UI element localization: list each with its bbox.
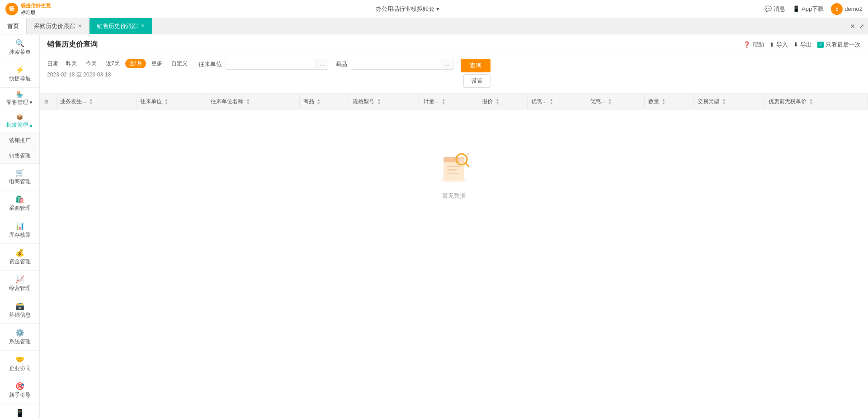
page-header: 销售历史价查询 ❓ 帮助 ⬆ 导入 ⬇ 导出 ✓ <box>40 34 868 53</box>
sidebar-item-label: 销售管理 <box>9 152 31 160</box>
sidebar-item-label: 新手引导 <box>9 391 31 399</box>
export-icon: ⬇ <box>793 41 798 48</box>
checkbox-icon: ✓ <box>817 42 824 48</box>
maximize-button[interactable]: ⤢ <box>859 23 864 30</box>
user-profile[interactable]: d demo2 <box>831 3 863 15</box>
import-button[interactable]: ⬆ 导入 <box>769 41 788 49</box>
sort-partner-name[interactable]: ▲ ▼ <box>246 98 250 105</box>
message-button[interactable]: 💬 消息 <box>764 5 785 13</box>
only-last-checkbox[interactable]: ✓ 只看最后一次 <box>817 41 861 49</box>
wholesale-icon: 📦 <box>16 114 23 120</box>
table-header-row: ⚙ 业务发生... ▲ ▼ 往来单位 <box>40 94 868 109</box>
mobile-icon: 📱 <box>793 5 800 12</box>
sidebar-item-purchase[interactable]: 🛍️ 采购管理 <box>0 190 39 217</box>
sidebar-item-newbie[interactable]: 🎯 新手引导 <box>0 377 39 404</box>
col-discount1: 优惠... ▲ ▼ <box>528 94 586 109</box>
sidebar-item-appstore[interactable]: 📱 应用中心 <box>0 404 39 418</box>
sidebar-item-label: 搜索菜单 <box>9 48 31 56</box>
sidebar-item-enterprise[interactable]: 🤝 企业协同 <box>0 351 39 377</box>
help-icon: ❓ <box>743 41 750 48</box>
close-sales-history-tab[interactable]: ✕ <box>141 23 145 29</box>
date-opt-1month[interactable]: 近1月 <box>125 59 146 68</box>
sidebar-item-label: 基础信息 <box>9 311 31 319</box>
chevron-down-icon: ▾ <box>436 5 439 12</box>
page-container: 销售历史价查询 ❓ 帮助 ⬆ 导入 ⬇ 导出 ✓ <box>40 34 868 418</box>
app-download-button[interactable]: 📱 App下载 <box>793 5 824 13</box>
sort-product[interactable]: ▲ ▼ <box>317 98 321 105</box>
empty-illustration: ✦ <box>434 146 474 186</box>
sort-discount1[interactable]: ▲ ▼ <box>550 98 553 105</box>
sort-spec[interactable]: ▲ ▼ <box>377 98 381 105</box>
svg-rect-4 <box>447 169 457 171</box>
filter-bar: 日期 昨天 今天 近7天 近1月 更多 自定义 2023-02-18 至 202… <box>40 53 868 94</box>
help-button[interactable]: ❓ 帮助 <box>743 41 764 49</box>
sidebar-item-wholesale[interactable]: 📦 批发管理 ▲ <box>0 110 39 133</box>
tab-purchase-history[interactable]: 采购历史价跟踪 ✕ <box>27 18 90 34</box>
sidebar-item-shortcut[interactable]: ⚡ 快捷导航 <box>0 61 39 88</box>
product-input-group: ... <box>351 59 453 70</box>
sort-quote[interactable]: ▲ ▼ <box>495 98 499 105</box>
operations-icon: 📈 <box>15 275 24 284</box>
wholesale-sub-items: 营销推广 销售管理 <box>0 133 39 164</box>
sort-unit[interactable]: ▲ ▼ <box>442 98 445 105</box>
date-filter: 日期 昨天 今天 近7天 近1月 更多 自定义 <box>47 59 191 68</box>
chevron-up-icon: ▲ <box>29 123 33 128</box>
sidebar-item-sales[interactable]: 销售管理 <box>0 148 39 164</box>
ecommerce-icon: 🛒 <box>15 168 24 177</box>
sidebar-item-basic[interactable]: 🗃️ 基础信息 <box>0 297 39 324</box>
date-opt-yesterday[interactable]: 昨天 <box>62 59 80 68</box>
tab-sales-history[interactable]: 销售历史价跟踪 ✕ <box>90 18 152 34</box>
sidebar-item-retail[interactable]: 🏪 零售管理 ▼ <box>0 88 39 110</box>
close-purchase-history-tab[interactable]: ✕ <box>78 23 82 29</box>
tab-home[interactable]: 首页 <box>0 18 27 34</box>
close-all-tabs-button[interactable]: ✕ <box>850 23 855 30</box>
date-label: 日期 <box>47 60 59 68</box>
col-pretax-price: 优惠前无税单价 ▲ ▼ <box>764 94 868 109</box>
settings-button[interactable]: 设置 <box>463 74 491 88</box>
sort-trade-type[interactable]: ▲ ▼ <box>722 98 726 105</box>
inventory-icon: 📊 <box>15 222 24 230</box>
sidebar-item-marketing[interactable]: 营销推广 <box>0 133 39 148</box>
date-options: 昨天 今天 近7天 近1月 更多 自定义 <box>62 59 191 68</box>
col-discount2: 优惠... ▲ ▼ <box>586 94 644 109</box>
basic-icon: 🗃️ <box>15 302 24 310</box>
date-opt-7days[interactable]: 近7天 <box>102 59 123 68</box>
purchase-history-tab-label: 采购历史价跟踪 <box>34 22 75 30</box>
sort-pretax-price[interactable]: ▲ ▼ <box>809 98 813 105</box>
product-input[interactable] <box>351 59 441 70</box>
sidebar-item-inventory[interactable]: 📊 库存核算 <box>0 217 39 244</box>
sidebar-item-finance[interactable]: 💰 资金管理 <box>0 244 39 271</box>
product-search-button[interactable]: ... <box>441 59 453 70</box>
col-biz-date: 业务发生... ▲ ▼ <box>57 94 137 109</box>
newbie-icon: 🎯 <box>15 382 24 390</box>
svg-line-8 <box>465 163 469 166</box>
sidebar-item-search[interactable]: 🔍 搜索菜单 <box>0 34 39 61</box>
product-label: 商品 <box>335 60 347 68</box>
sort-quantity[interactable]: ▲ ▼ <box>662 98 665 105</box>
date-opt-today[interactable]: 今天 <box>82 59 100 68</box>
column-settings-icon[interactable]: ⚙ <box>44 99 49 105</box>
finance-icon: 💰 <box>15 248 24 257</box>
sidebar-item-label: 营销推广 <box>9 137 31 144</box>
sidebar-item-label: 资金管理 <box>9 258 31 266</box>
sidebar-item-label: 库存核算 <box>9 231 31 239</box>
system-icon: ⚙️ <box>15 328 24 337</box>
sidebar-item-label: 经营管理 <box>9 285 31 292</box>
partner-search-button[interactable]: ... <box>316 59 328 70</box>
date-opt-custom[interactable]: 自定义 <box>168 59 191 68</box>
query-button[interactable]: 查询 <box>461 59 491 72</box>
sort-biz-date[interactable]: ▲ ▼ <box>89 98 93 105</box>
svg-rect-3 <box>447 166 461 167</box>
sidebar-item-ecommerce[interactable]: 🛒 电商管理 <box>0 164 39 190</box>
col-trade-type: 交易类型 ▲ ▼ <box>694 94 765 109</box>
content-area: 销售历史价查询 ❓ 帮助 ⬆ 导入 ⬇ 导出 ✓ <box>40 34 868 418</box>
sidebar-item-operations[interactable]: 📈 经营管理 <box>0 271 39 297</box>
export-button[interactable]: ⬇ 导出 <box>793 41 812 49</box>
sort-discount2[interactable]: ▲ ▼ <box>608 98 612 105</box>
sidebar-item-system[interactable]: ⚙️ 系统管理 <box>0 324 39 351</box>
date-opt-more[interactable]: 更多 <box>148 59 166 68</box>
sales-history-tab-label: 销售历史价跟踪 <box>97 22 138 30</box>
partner-input[interactable] <box>226 59 316 70</box>
account-dropdown[interactable]: 办公用品行业模拟账套 ▾ <box>376 5 439 13</box>
sort-partner-code[interactable]: ▲ ▼ <box>165 98 168 105</box>
